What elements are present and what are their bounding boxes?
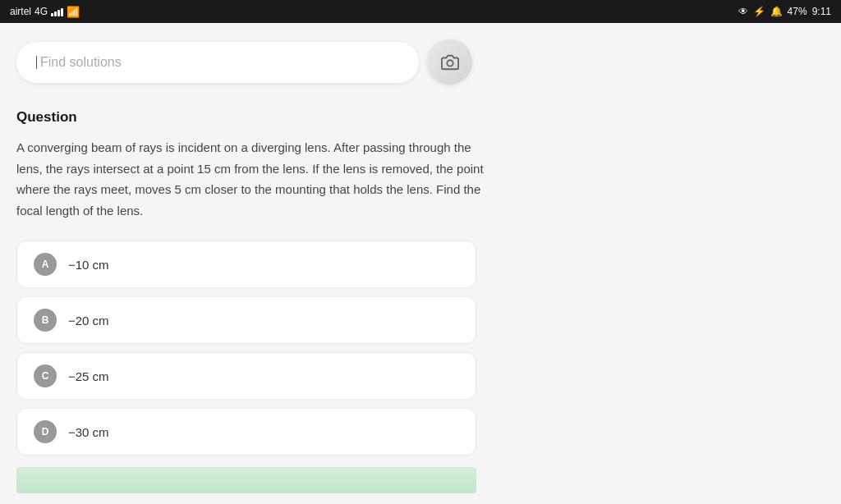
network-type: 4G: [34, 6, 48, 17]
option-a-badge: A: [34, 253, 57, 276]
status-bar: airtel 4G 📶 👁 ⚡ 🔔 47% 9:11: [0, 0, 841, 23]
search-bar[interactable]: Find solutions: [16, 42, 419, 83]
option-a[interactable]: A −10 cm: [16, 241, 476, 288]
option-d-text: −30 cm: [68, 425, 109, 439]
signal-bars: [51, 7, 63, 16]
option-d[interactable]: D −30 cm: [16, 408, 476, 456]
time-label: 9:11: [812, 6, 831, 17]
bottom-strip: [16, 467, 476, 493]
mute-icon: 🔔: [770, 6, 783, 17]
option-c-badge: C: [34, 364, 57, 387]
option-b[interactable]: B −20 cm: [16, 296, 476, 344]
camera-icon: [441, 53, 459, 71]
text-cursor: [36, 56, 37, 69]
option-a-text: −10 cm: [68, 258, 109, 272]
bar-1: [51, 13, 53, 16]
option-c[interactable]: C −25 cm: [16, 352, 476, 400]
wifi-icon: 📶: [67, 6, 80, 18]
question-section: Question A converging beam of rays is in…: [16, 109, 493, 493]
question-label: Question: [16, 109, 493, 126]
question-text: A converging beam of rays is incident on…: [16, 137, 493, 221]
eye-icon: 👁: [738, 6, 748, 17]
svg-point-0: [447, 60, 453, 66]
bar-4: [61, 8, 63, 16]
carrier-label: airtel: [10, 6, 31, 17]
battery-label: 47%: [788, 6, 807, 17]
camera-button[interactable]: [427, 39, 472, 85]
options-container: A −10 cm B −20 cm C −25 cm D −30 cm: [16, 241, 476, 456]
option-d-badge: D: [34, 420, 57, 443]
bluetooth-icon: ⚡: [753, 6, 765, 17]
option-b-badge: B: [34, 309, 57, 332]
status-left: airtel 4G 📶: [10, 6, 80, 18]
search-placeholder: Find solutions: [40, 55, 122, 70]
option-c-text: −25 cm: [68, 369, 109, 383]
main-content: Find solutions Question A converging bea…: [0, 23, 841, 504]
option-b-text: −20 cm: [68, 314, 109, 328]
bar-2: [54, 11, 57, 16]
search-area: Find solutions: [16, 39, 825, 85]
bar-3: [57, 10, 60, 16]
status-right: 👁 ⚡ 🔔 47% 9:11: [738, 6, 831, 17]
